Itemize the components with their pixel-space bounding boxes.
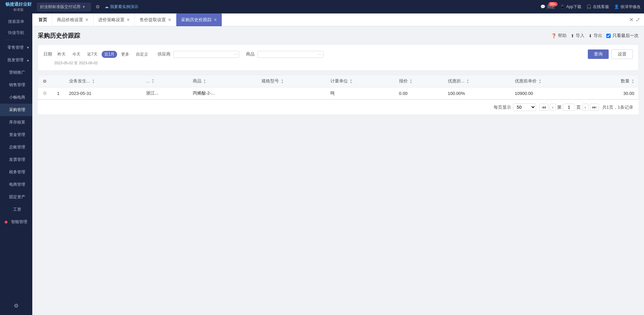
app-download-button[interactable]: 📱 App下载 (560, 4, 581, 10)
last-page-button[interactable]: ⏭ (590, 104, 599, 111)
import-button[interactable]: ⬆ 导入 (571, 33, 584, 39)
date-custom-btn[interactable]: 自定义 (133, 51, 151, 58)
supplier-filter-group: 供应商 ··· (157, 51, 239, 58)
dot-icon (5, 221, 7, 223)
export-button[interactable]: ⬇ 导出 (588, 33, 602, 39)
data-table: ⚙ 业务发生... ▲▼ ... ▲▼ 商品 (38, 75, 638, 99)
sidebar-item-invoice[interactable]: 发票管理 (0, 153, 32, 166)
th-quantity[interactable]: 数量 ▲▼ (589, 75, 638, 88)
sidebar-item-finance[interactable]: 资金管理 (0, 129, 32, 141)
sidebar-label-ecommerce: 电商管理 (5, 182, 30, 187)
date-more-btn[interactable]: 更多 (118, 51, 132, 58)
th-gear[interactable]: ⚙ (38, 75, 51, 88)
sort-icon-date: ▲▼ (92, 79, 95, 84)
sidebar-item-inventory[interactable]: 库存核算 (0, 116, 32, 129)
sidebar-item-ecommerce[interactable]: 电商管理 (0, 178, 32, 191)
tab-sale-price-close[interactable]: ✕ (168, 18, 171, 22)
sidebar-item-payroll[interactable]: 工资 (0, 203, 32, 216)
user-menu-button[interactable]: 👤 徐泽华修改 (614, 4, 641, 10)
per-page-group: 每页显示 10 20 50 100 (494, 103, 536, 111)
expand-tab-button[interactable]: ⤢ (636, 16, 640, 23)
table-row: ⚙ 1 2023-05-31 浙江... 丙烯酸-2-... 吨 0.00 10… (38, 88, 638, 99)
th-unit[interactable]: 计量单位 ▲▼ (326, 75, 395, 88)
sidebar-item-ecommerce-small[interactable]: 小畅电商 (0, 91, 32, 104)
sidebar-item-marketing[interactable]: 营销推广 (0, 66, 32, 79)
sidebar-item-wholesale[interactable]: 批发管理 ▲ (0, 54, 32, 66)
question-icon: ❓ (551, 33, 557, 38)
date-yesterday-btn[interactable]: 昨天 (55, 51, 68, 58)
th-date[interactable]: 业务发生... ▲▼ (65, 75, 142, 88)
th-discount[interactable]: 优惠折... ▲▼ (444, 75, 511, 88)
top-bar: 畅捷通好业财 标准版 好业财标准版交付试用 ▼ ⚙ ☁ 我要看实例演示 💬 消息… (0, 0, 644, 13)
row-quote: 0.00 (395, 88, 444, 99)
sidebar-item-smart[interactable]: 智能管理 (0, 216, 32, 228)
sidebar-item-search[interactable]: 搜索菜单 (8, 16, 24, 27)
supplier-input[interactable] (176, 52, 232, 57)
th-extra[interactable]: ... ▲▼ (142, 75, 189, 88)
tab-price-close[interactable]: ✕ (85, 18, 88, 22)
sidebar-item-quick-nav[interactable]: 快捷导航 (8, 27, 24, 38)
tab-purchase-history[interactable]: 采购历史价跟踪 ✕ (176, 13, 222, 26)
tab-home[interactable]: 首页 (34, 13, 52, 26)
th-goods[interactable]: 商品 ▲▼ (189, 75, 258, 88)
sidebar-item-assets[interactable]: 固定资产 (0, 191, 32, 203)
only-last-input[interactable] (606, 34, 611, 38)
sidebar-item-retail[interactable]: 零售管理 ▼ (0, 41, 32, 54)
next-page-button[interactable]: › (582, 104, 588, 111)
help-button[interactable]: ❓ 帮助 (551, 33, 567, 39)
sidebar-label-payroll: 工资 (5, 207, 30, 212)
sidebar-gear-button[interactable]: ⚙ (14, 303, 19, 309)
chevron-up-icon: ▲ (26, 58, 30, 62)
date-today-btn[interactable]: 今天 (70, 51, 83, 58)
version-settings-button[interactable]: ⚙ (94, 3, 101, 11)
th-unit-price[interactable]: 优惠前单价 ▲▼ (511, 75, 589, 88)
online-service-button[interactable]: 🎧 在线客服 (586, 4, 609, 10)
tab-price[interactable]: 商品价格设置 ✕ (52, 13, 94, 26)
date-last7-btn[interactable]: 近7天 (84, 51, 100, 58)
sidebar-label-retail: 零售管理 (5, 45, 26, 50)
demo-button[interactable]: ☁ 我要看实例演示 (105, 4, 138, 10)
tab-sale-price[interactable]: 售价提取设置 ✕ (135, 13, 176, 26)
total-info: 共1页，1条记录 (602, 104, 633, 110)
table-card: ⚙ 业务发生... ▲▼ ... ▲▼ 商品 (38, 75, 639, 100)
supplier-input-wrap: ··· (173, 51, 239, 58)
sidebar-item-purchase[interactable]: 采购管理 (0, 104, 32, 116)
sidebar-label-marketing: 营销推广 (5, 70, 30, 75)
export-label: 导出 (594, 33, 602, 39)
sidebar-label-tax: 税务管理 (5, 169, 30, 175)
only-last-checkbox[interactable]: 只看最后一次 (606, 33, 639, 39)
sidebar-item-tax[interactable]: 税务管理 (0, 166, 32, 178)
messages-button[interactable]: 💬 消息 99+ (540, 4, 555, 10)
query-button[interactable]: 查询 (588, 49, 609, 59)
page-label: 第 (557, 104, 562, 110)
row-unit-price: 10900.00 (511, 88, 589, 99)
goods-input[interactable] (260, 52, 316, 57)
date-filter-group: 日期 昨天 今天 近7天 近1月 更多 自定义 (43, 51, 151, 58)
page-number-input[interactable] (563, 104, 575, 111)
sidebar-label-sales: 销售管理 (5, 82, 30, 88)
per-page-select[interactable]: 10 20 50 100 (513, 103, 536, 111)
tab-purchase-strategy[interactable]: 进价策略设置 ✕ (94, 13, 135, 26)
page-title: 采购历史价跟踪 (38, 32, 80, 40)
close-tab-button[interactable]: ✕ (629, 16, 634, 23)
filter-settings-button[interactable]: 设置 (611, 49, 633, 59)
th-index (51, 75, 65, 88)
date-last1month-btn[interactable]: 近1月 (102, 51, 117, 58)
tab-purchase-strategy-close[interactable]: ✕ (127, 18, 130, 22)
first-page-button[interactable]: ⏮ (539, 104, 548, 111)
logo-area: 畅捷通好业财 标准版 (3, 1, 34, 12)
prev-page-button[interactable]: ‹ (550, 104, 556, 111)
online-service-label: 在线客服 (593, 4, 609, 10)
sidebar-label-purchase: 采购管理 (5, 107, 30, 113)
version-selector[interactable]: 好业财标准版交付试用 ▼ (37, 3, 91, 11)
goods-ellipsis[interactable]: ··· (318, 52, 321, 57)
row-gear[interactable]: ⚙ (38, 88, 51, 99)
sidebar-item-ledger[interactable]: 总账管理 (0, 141, 32, 153)
tab-purchase-history-close[interactable]: ✕ (214, 18, 217, 22)
supplier-ellipsis[interactable]: ··· (234, 52, 237, 57)
th-spec[interactable]: 规格型号 ▲▼ (257, 75, 326, 88)
th-quote[interactable]: 报价 ▲▼ (395, 75, 444, 88)
main-layout: 搜索菜单 快捷导航 零售管理 ▼ 批发管理 ▲ 营销推广 销售管理 小畅电商 采… (0, 13, 644, 315)
import-label: 导入 (576, 33, 584, 39)
sidebar-item-sales[interactable]: 销售管理 (0, 79, 32, 91)
